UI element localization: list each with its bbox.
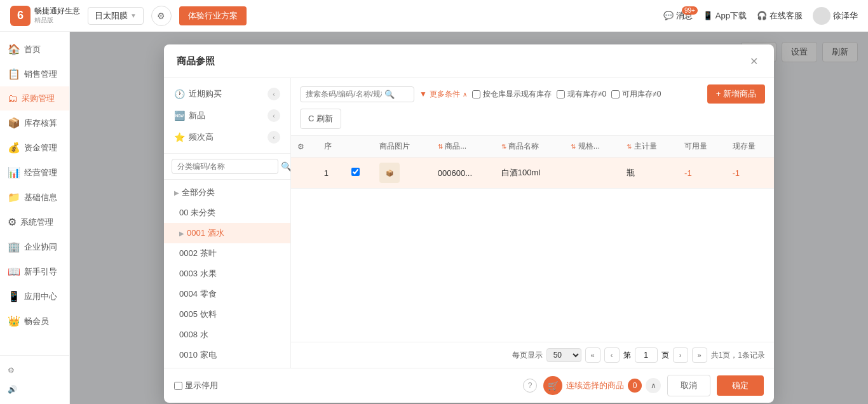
category-item-0005[interactable]: 0005 饮料 xyxy=(164,304,290,325)
col-name[interactable]: ⇅ 商品名称 xyxy=(495,136,565,158)
sidebar-item-label: 畅会员 xyxy=(24,316,49,327)
category-search-input[interactable] xyxy=(172,159,278,174)
per-page-label: 每页显示 xyxy=(512,350,543,361)
logo-text: 畅捷通好生意 xyxy=(34,6,80,17)
cart-icon-button[interactable]: 🛒 xyxy=(543,376,562,395)
sidebar-item-label: 基础信息 xyxy=(24,192,57,203)
category-item-0001[interactable]: ▶0001 酒水 xyxy=(164,223,290,243)
avatar xyxy=(813,7,831,25)
bell-icon: 💬 xyxy=(663,11,674,20)
modal-overlay: 商品参照 ✕ 🕐近期购买‹🆕新品‹⭐频次高‹ 🔍 xyxy=(70,32,868,404)
category-search-area: 🔍 xyxy=(164,154,290,180)
row-checkbox[interactable] xyxy=(351,168,360,176)
refresh-product-button[interactable]: C 刷新 xyxy=(300,109,341,129)
quick-filter-frequent[interactable]: ⭐频次高‹ xyxy=(164,126,290,148)
toolbar: 🔍 ▼ 更多条件 ∧ 按仓库显示现有库存 xyxy=(291,78,774,136)
user-area[interactable]: 徐泽华 xyxy=(813,7,858,25)
col-settings[interactable]: ⚙ xyxy=(291,136,318,158)
show-disabled-checkbox[interactable] xyxy=(174,382,182,390)
nav-dropdown[interactable]: 日太阳膜 ▼ xyxy=(88,7,144,25)
sidebar-item-purchase[interactable]: 🗂采购管理 xyxy=(0,86,69,111)
checkbox-available-filter[interactable]: 可用库存≠0 xyxy=(611,89,661,100)
collapse-icon[interactable]: ‹ xyxy=(268,88,280,100)
notifications[interactable]: 💬 消息 99+ xyxy=(663,10,693,22)
category-item-0002[interactable]: 0002 茶叶 xyxy=(164,243,290,264)
app-download[interactable]: 📱 App下载 xyxy=(703,10,747,22)
sidebar-settings[interactable]: ⚙ xyxy=(5,361,64,380)
cancel-button[interactable]: 取消 xyxy=(667,375,710,396)
product-search-icon[interactable]: 🔍 xyxy=(384,90,395,99)
col-unit[interactable]: ⇅ 主计量 xyxy=(620,136,678,158)
row-settings xyxy=(291,158,318,189)
sales-icon: 📋 xyxy=(8,68,20,80)
col-code[interactable]: ⇅ 商品... xyxy=(431,136,495,158)
sidebar-item-finance[interactable]: 💰资金管理 xyxy=(0,135,69,160)
sidebar-item-inventory[interactable]: 📦库存核算 xyxy=(0,111,69,135)
prev-page-button[interactable]: ‹ xyxy=(604,347,620,363)
category-item-0003[interactable]: 0003 水果 xyxy=(164,264,290,284)
confirm-button[interactable]: 确定 xyxy=(717,375,764,396)
sidebar-item-label: 经营管理 xyxy=(24,167,57,178)
settings-bottom-icon: ⚙ xyxy=(8,366,15,375)
sidebar-item-enterprise[interactable]: 🏢企业协同 xyxy=(0,234,69,259)
show-disabled-label[interactable]: 显示停用 xyxy=(174,380,218,391)
page-label: 第 xyxy=(623,350,631,361)
gear-button[interactable]: ⚙ xyxy=(151,6,172,26)
warehouse-checkbox[interactable] xyxy=(472,90,480,98)
quick-filter-new[interactable]: 🆕新品‹ xyxy=(164,105,290,126)
table-row[interactable]: 1 📦 000600... 白酒100ml 瓶 -1 -1 xyxy=(291,158,774,189)
help-icon[interactable]: ? xyxy=(523,379,537,393)
row-checkbox-cell[interactable] xyxy=(345,158,373,189)
collapse-icon[interactable]: ‹ xyxy=(268,131,280,144)
category-list: ▶全部分类00 未分类▶0001 酒水0002 茶叶0003 水果0004 零食… xyxy=(164,180,290,368)
sidebar-item-guide[interactable]: 📖新手引导 xyxy=(0,259,69,284)
category-item-0004[interactable]: 0004 零食 xyxy=(164,284,290,304)
per-page-select[interactable]: 50 10 20 100 xyxy=(546,348,581,362)
col-check xyxy=(345,136,373,158)
category-search-icon[interactable]: 🔍 xyxy=(281,161,291,172)
sidebar-item-operations[interactable]: 📊经营管理 xyxy=(0,160,69,185)
stock-checkbox[interactable] xyxy=(557,90,565,98)
sidebar-item-basic[interactable]: 📁基础信息 xyxy=(0,185,69,210)
sidebar-volume[interactable]: 🔊 xyxy=(5,380,64,399)
row-available: -1 xyxy=(678,158,726,189)
available-checkbox[interactable] xyxy=(611,90,620,98)
product-reference-modal: 商品参照 ✕ 🕐近期购买‹🆕新品‹⭐频次高‹ 🔍 xyxy=(164,44,774,403)
category-item-0008[interactable]: 0008 水 xyxy=(164,325,290,345)
category-item-0010[interactable]: 0010 家电 xyxy=(164,345,290,365)
checkbox-stock-filter[interactable]: 现有库存≠0 xyxy=(557,89,606,100)
sidebar-item-label: 销售管理 xyxy=(24,69,57,80)
checkbox-warehouse-filter[interactable]: 按仓库显示现有库存 xyxy=(472,89,552,100)
right-content: 🔍 ▼ 更多条件 ∧ 按仓库显示现有库存 xyxy=(291,78,774,368)
frequent-icon: ⭐ xyxy=(174,132,185,142)
sidebar-item-system[interactable]: ⚙系统管理 xyxy=(0,210,69,234)
finance-icon: 💰 xyxy=(8,142,20,154)
experience-button[interactable]: 体验行业方案 xyxy=(179,6,247,25)
basic-icon: 📁 xyxy=(8,191,20,203)
next-page-button[interactable]: › xyxy=(673,347,688,363)
modal-close-button[interactable]: ✕ xyxy=(746,53,761,69)
category-item-all[interactable]: ▶全部分类 xyxy=(164,182,290,203)
page-input[interactable] xyxy=(635,347,658,363)
sidebar-item-member[interactable]: 👑畅会员 xyxy=(0,309,69,333)
sidebar-item-sales[interactable]: 📋销售管理 xyxy=(0,62,69,86)
category-item-00[interactable]: 00 未分类 xyxy=(164,203,290,223)
cart-area: 🛒 连续选择的商品 0 ∧ xyxy=(543,376,661,395)
sidebar-item-home[interactable]: 🏠首页 xyxy=(0,37,69,62)
more-filters-button[interactable]: ▼ 更多条件 ∧ xyxy=(419,89,467,100)
recent-icon: 🕐 xyxy=(174,89,185,99)
product-search-input[interactable] xyxy=(306,90,382,98)
sidebar: 🏠首页📋销售管理🗂采购管理📦库存核算💰资金管理📊经营管理📁基础信息⚙系统管理🏢企… xyxy=(0,32,70,404)
phone-icon: 📱 xyxy=(703,11,713,20)
sidebar-item-apps[interactable]: 📱应用中心 xyxy=(0,284,69,309)
home-icon: 🏠 xyxy=(8,43,20,55)
collapse-icon[interactable]: ‹ xyxy=(268,109,280,122)
chevron-up-button[interactable]: ∧ xyxy=(646,378,661,393)
online-service[interactable]: 🎧 在线客服 xyxy=(757,10,803,22)
quick-filter-recent[interactable]: 🕐近期购买‹ xyxy=(164,83,290,105)
system-icon: ⚙ xyxy=(8,216,17,228)
last-page-button[interactable]: » xyxy=(692,347,707,363)
first-page-button[interactable]: « xyxy=(585,347,600,363)
col-spec[interactable]: ⇅ 规格... xyxy=(564,136,620,158)
add-product-button[interactable]: + 新增商品 xyxy=(707,84,765,104)
